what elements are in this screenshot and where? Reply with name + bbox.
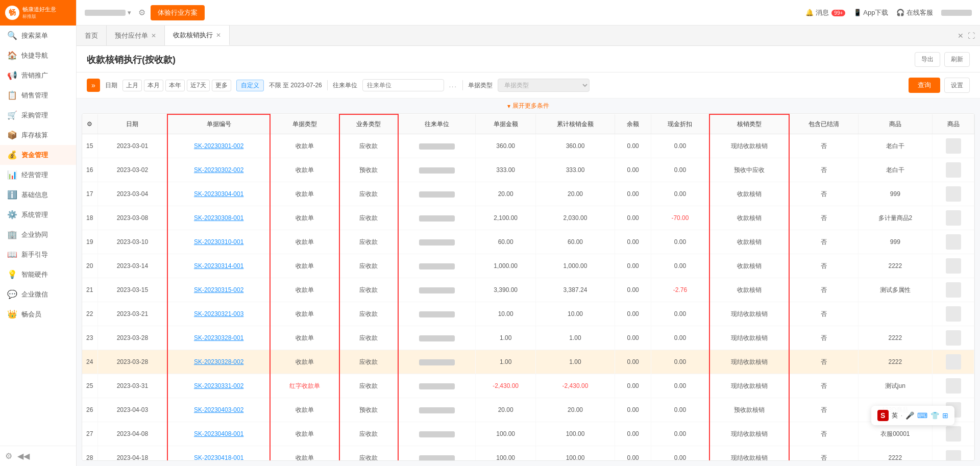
cell-amount: 1,000.00 [476, 254, 536, 278]
bill-no-link[interactable]: SK-20230310-001 [194, 238, 243, 246]
custom-date-btn[interactable]: 自定义 [236, 80, 264, 91]
sidebar-icon-inventory: 📦 [7, 130, 17, 140]
topbar-gear-icon[interactable]: ⚙ [138, 8, 145, 17]
cell-date: 2023-04-08 [97, 422, 167, 446]
messages-link[interactable]: 🔔 消息 99+ [805, 8, 845, 17]
cell-amount: 100.00 [476, 422, 536, 446]
query-button[interactable]: 查询 [909, 78, 940, 93]
cell-counterpart [398, 422, 476, 446]
expand-more-btn[interactable]: ▾ 展开更多条件 [507, 102, 549, 110]
sidebar-item-quicknav[interactable]: 🏠快捷导航 [0, 45, 76, 65]
settings-icon[interactable]: ⚙ [5, 451, 12, 461]
service-link[interactable]: 🎧 在线客服 [896, 8, 933, 17]
cell-no: 17 [82, 182, 97, 206]
cell-include-settled: 否 [789, 158, 858, 182]
bill-no-link[interactable]: SK-20230301-002 [194, 142, 243, 150]
date-quick-btns: 上月本月本年近7天更多 [122, 80, 231, 91]
bill-no-link[interactable]: SK-20230302-002 [194, 166, 243, 174]
cell-include-settled: 否 [789, 230, 858, 254]
th-gear[interactable]: ⚙ [82, 114, 97, 134]
solution-button[interactable]: 体验行业方案 [151, 5, 205, 20]
app-download-link[interactable]: 📱 App下载 [853, 8, 888, 17]
tab-receipt[interactable]: 收款核销执行✕ [165, 26, 230, 45]
cell-include-settled: 否 [789, 446, 858, 461]
sidebar-item-search[interactable]: 🔍搜索菜单 [0, 26, 76, 45]
page-header: 收款核销执行(按收款) 导出 刷新 [77, 46, 980, 72]
sidebar-item-system[interactable]: ⚙️系统管理 [0, 205, 76, 225]
cell-date: 2023-04-03 [97, 398, 167, 422]
sidebar-item-hardware[interactable]: 💡智能硬件 [0, 264, 76, 284]
bill-no-link[interactable]: SK-20230315-002 [194, 286, 243, 293]
filter-setting-button[interactable]: 设置 [944, 78, 970, 93]
bill-no-link[interactable]: SK-20230321-003 [194, 310, 243, 317]
cell-bill-no: SK-20230301-002 [167, 134, 270, 158]
cell-discount: 0.00 [651, 326, 709, 350]
sidebar-label-inventory: 库存核算 [21, 131, 48, 140]
sidebar-item-purchase[interactable]: 🛒采购管理 [0, 105, 76, 125]
bill-no-link[interactable]: SK-20230328-002 [194, 358, 243, 365]
cell-bill-type: 收款单 [270, 158, 339, 182]
company-selector[interactable]: ▾ [85, 9, 131, 16]
sidebar-label-wechat: 企业微信 [21, 290, 48, 299]
filter-expand-icon[interactable]: » [87, 79, 100, 92]
cell-discount: 0.00 [651, 398, 709, 422]
tab-close-receipt[interactable]: ✕ [216, 32, 221, 39]
th-goods2: 商品 [933, 114, 974, 134]
date-btn-3[interactable]: 近7天 [187, 80, 210, 91]
cell-amount: 100.00 [476, 446, 536, 461]
tabbar-expand-icon[interactable]: ⛶ [968, 32, 975, 40]
bill-no-link[interactable]: SK-20230331-002 [194, 382, 243, 389]
topbar: ▾ ⚙ 体验行业方案 🔔 消息 99+ 📱 App下载 🎧 在线客服 [77, 0, 980, 26]
cell-balance: 0.00 [615, 254, 651, 278]
bill-no-link[interactable]: SK-20230308-001 [194, 214, 243, 222]
sidebar-item-inventory[interactable]: 📦库存核算 [0, 125, 76, 145]
export-button[interactable]: 导出 [915, 52, 940, 67]
more-filters-dots[interactable]: ... [449, 82, 457, 89]
bill-no-link[interactable]: SK-20230408-001 [194, 430, 243, 437]
cell-goods: 测试jun [858, 374, 933, 398]
refresh-button[interactable]: 刷新 [944, 52, 970, 67]
cell-bill-type: 收款单 [270, 206, 339, 230]
tab-home[interactable]: 首页 [77, 26, 107, 45]
bill-no-link[interactable]: SK-20230418-001 [194, 454, 243, 461]
shirt-icon[interactable]: 👕 [930, 411, 939, 420]
cell-include-settled: 否 [789, 278, 858, 302]
sidebar-item-sales[interactable]: 📋销售管理 [0, 85, 76, 105]
tab-close-advance[interactable]: ✕ [151, 32, 156, 39]
bill-no-link[interactable]: SK-20230304-001 [194, 190, 243, 198]
cell-no: 27 [82, 422, 97, 446]
bill-no-link[interactable]: SK-20230403-002 [194, 406, 243, 413]
date-btn-1[interactable]: 本月 [144, 80, 163, 91]
sidebar-item-member[interactable]: 👑畅会员 [0, 304, 76, 324]
sidebar-label-marketing: 营销推广 [21, 71, 48, 80]
date-btn-0[interactable]: 上月 [122, 80, 142, 91]
tab-advance[interactable]: 预付应付单✕ [107, 26, 165, 45]
date-btn-4[interactable]: 更多 [212, 80, 231, 91]
sidebar-item-enterprise[interactable]: 🏢企业协同 [0, 225, 76, 244]
cell-include-settled: 否 [789, 350, 858, 374]
counterpart-input[interactable] [362, 79, 444, 91]
sidebar-item-finance[interactable]: 💰资金管理 [0, 145, 76, 165]
sidebar-item-marketing[interactable]: 📢营销推广 [0, 65, 76, 85]
data-table-container[interactable]: ⚙ 日期 单据编号 单据类型 业务类型 往来单位 单据金额 累计核销金额 余额 … [82, 113, 975, 461]
collapse-icon[interactable]: ◀◀ [17, 451, 30, 461]
sidebar-item-basic[interactable]: ℹ️基础信息 [0, 185, 76, 205]
cell-date: 2023-03-01 [97, 134, 167, 158]
bill-type-select[interactable]: 单据类型 [498, 79, 590, 92]
keyboard-icon[interactable]: ⌨ [917, 411, 927, 420]
tabbar-close-icon[interactable]: ✕ [958, 32, 964, 40]
sidebar-item-operation[interactable]: 📊经营管理 [0, 165, 76, 185]
cell-bill-type: 收款单 [270, 230, 339, 254]
sidebar-label-basic: 基础信息 [21, 190, 48, 200]
date-btn-2[interactable]: 本年 [165, 80, 185, 91]
bill-no-link[interactable]: SK-20230314-001 [194, 262, 243, 269]
apps-icon[interactable]: ⊞ [942, 411, 948, 420]
cell-amount: 3,390.00 [476, 278, 536, 302]
cell-verify-type: 现结收款核销 [709, 326, 790, 350]
sidebar-item-guide[interactable]: 📖新手引导 [0, 244, 76, 264]
table-row: 17 2023-03-04 SK-20230304-001 收款单 应收款 20… [82, 182, 974, 206]
bill-no-link[interactable]: SK-20230328-001 [194, 334, 243, 341]
mic-icon[interactable]: 🎤 [905, 411, 914, 420]
sidebar-item-wechat[interactable]: 💬企业微信 [0, 284, 76, 304]
cell-bill-type: 收款单 [270, 134, 339, 158]
